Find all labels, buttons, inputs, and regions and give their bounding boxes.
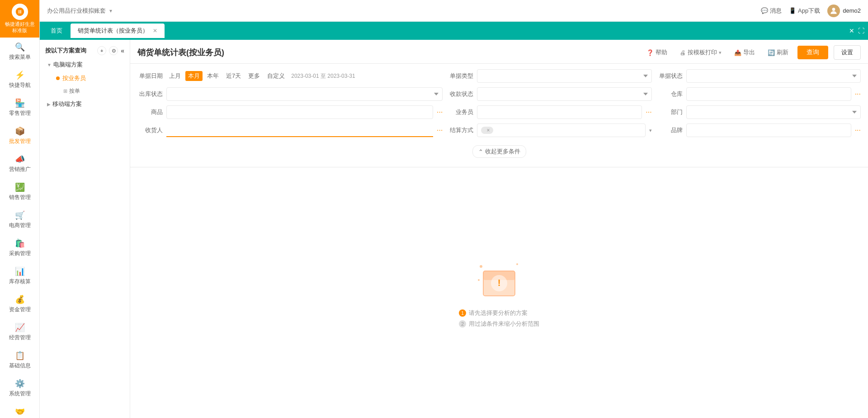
sidebar-label-quick-nav: 快捷导航 xyxy=(9,81,31,89)
sidebar-item-quick-nav[interactable]: ⚡ 快捷导航 xyxy=(0,66,39,94)
refresh-btn[interactable]: 🔄 刷新 xyxy=(764,47,792,58)
date-range-text: 2023-03-01 至 2023-03-31 xyxy=(291,72,355,80)
sidebar-item-operations[interactable]: 📈 经营管理 xyxy=(0,318,39,346)
brand-input[interactable] xyxy=(686,124,851,137)
sidebar-item-inventory[interactable]: 📊 库存核算 xyxy=(0,262,39,290)
filter-col-date: 单据日期 上月 本月 本年 近7天 更多 自定义 2023-03-01 至 20… xyxy=(137,71,443,81)
query-button[interactable]: 查询 xyxy=(797,46,828,59)
sys-icon: ⚙️ xyxy=(15,379,25,389)
breadcrumb-dropdown-icon[interactable]: ▾ xyxy=(109,8,112,14)
settings-button[interactable]: 设置 xyxy=(834,45,861,60)
goods-input[interactable] xyxy=(166,105,433,119)
scheme-group-desktop-header[interactable]: ▼ 电脑端方案 xyxy=(43,58,130,71)
brand-dots-icon[interactable]: ··· xyxy=(855,126,861,134)
empty-state: ! 1 请先选择要分析的方案 2 用过滤条件来缩小分析范围 xyxy=(130,167,868,418)
sidebar-item-sales[interactable]: 💹 销售管理 xyxy=(0,178,39,206)
sidebar-item-marketing[interactable]: 📣 营销推广 xyxy=(0,150,39,178)
sidebar-item-enterprise[interactable]: 🤝 企业协同 xyxy=(0,402,39,418)
tab-sales-stat[interactable]: 销货单统计表（按业务员） ✕ xyxy=(71,24,165,38)
tab-close-icon[interactable]: ✕ xyxy=(153,28,157,34)
sidebar-item-sys[interactable]: ⚙️ 系统管理 xyxy=(0,374,39,402)
date-tab-this-year[interactable]: 本年 xyxy=(204,71,222,81)
date-label: 单据日期 xyxy=(137,72,163,80)
wholesale-icon: 📦 xyxy=(15,126,25,136)
doc-type-select[interactable] xyxy=(477,69,651,83)
sidebar-item-basic-info[interactable]: 📋 基础信息 xyxy=(0,346,39,374)
date-tab-more[interactable]: 更多 xyxy=(245,71,263,81)
settlement-dropdown-icon[interactable]: ▾ xyxy=(649,128,652,133)
app-download-btn[interactable]: 📱 App下载 xyxy=(789,7,820,15)
panel-collapse-btn[interactable]: « xyxy=(121,47,124,54)
tab-bar: 首页 销货单统计表（按业务员） ✕ ✕ ⛶ xyxy=(40,22,868,40)
svg-point-6 xyxy=(516,263,518,265)
header-right: 💬 消息 📱 App下载 demo2 xyxy=(761,5,861,17)
message-label: 消息 xyxy=(770,7,782,15)
main-wrapper: 办公用品行业模拟账套 ▾ 💬 消息 📱 App下载 demo2 首页 xyxy=(40,0,868,418)
dept-select[interactable] xyxy=(686,105,861,119)
tab-expand-icon[interactable]: ⛶ xyxy=(858,27,864,34)
sidebar-label-wholesale: 批发管理 xyxy=(9,138,31,145)
date-tab-custom[interactable]: 自定义 xyxy=(264,71,288,81)
consignee-dots-icon[interactable]: ··· xyxy=(437,126,443,134)
sidebar-item-wholesale[interactable]: 📦 批发管理 xyxy=(0,122,39,150)
add-scheme-btn[interactable]: + xyxy=(97,46,106,55)
doc-status-label: 单据状态 xyxy=(657,72,683,80)
date-tab-7days[interactable]: 近7天 xyxy=(223,71,244,81)
date-tab-this-month[interactable]: 本月 xyxy=(185,71,203,81)
scheme-item-by-salesman[interactable]: 按业务员 xyxy=(43,71,130,85)
out-status-select[interactable] xyxy=(166,87,443,101)
sidebar-label-sys: 系统管理 xyxy=(9,390,31,398)
template-print-label: 按模板打印 xyxy=(688,48,717,57)
active-dot-icon xyxy=(56,76,60,80)
empty-step-1: 1 请先选择要分析的方案 xyxy=(459,309,539,317)
sidebar-item-finance[interactable]: 💰 资金管理 xyxy=(0,290,39,318)
tab-maximize-icon[interactable]: ✕ ⛶ xyxy=(849,27,864,34)
help-btn[interactable]: ❓ 帮助 xyxy=(643,47,671,58)
date-tab-last-month[interactable]: 上月 xyxy=(166,71,184,81)
scheme-group-mobile: ▶ 移动端方案 xyxy=(40,97,130,111)
salesman-input[interactable] xyxy=(477,105,642,119)
page-title-bar: 销货单统计表(按业务员) ❓ 帮助 🖨 按模板打印 ▾ 📤 导出 xyxy=(130,40,868,64)
filter-area: 单据日期 上月 本月 本年 近7天 更多 自定义 2023-03-01 至 20… xyxy=(130,64,868,167)
export-btn[interactable]: 📤 导出 xyxy=(731,47,759,58)
filter-col-receipt-status: 收款状态 xyxy=(448,87,651,101)
sidebar-item-purchase[interactable]: 🛍️ 采购管理 xyxy=(0,234,39,262)
settings-circle-icon: ⊙ xyxy=(112,48,116,54)
goods-label: 商品 xyxy=(137,108,163,116)
goods-dots-icon[interactable]: ··· xyxy=(437,108,443,116)
sidebar-item-search-menu[interactable]: 🔍 搜索菜单 xyxy=(0,38,39,66)
purchase-icon: 🛍️ xyxy=(15,238,25,248)
message-btn[interactable]: 💬 消息 xyxy=(761,7,782,15)
consignee-input[interactable] xyxy=(166,124,433,137)
triangle-right-icon: ▶ xyxy=(47,102,51,107)
doc-status-select[interactable] xyxy=(686,69,861,83)
scheme-group-mobile-header[interactable]: ▶ 移动端方案 xyxy=(43,97,130,111)
sidebar-item-retail[interactable]: 🏪 零售管理 xyxy=(0,94,39,122)
marketing-icon: 📣 xyxy=(15,154,25,164)
tab-close-all-icon[interactable]: ✕ xyxy=(849,27,854,34)
settlement-badge: × xyxy=(481,127,493,134)
scheme-item-by-order[interactable]: ⊞ 按单 xyxy=(43,85,130,97)
tab-home[interactable]: 首页 xyxy=(43,24,70,38)
warehouse-dots-icon[interactable]: ··· xyxy=(855,90,861,98)
template-print-btn[interactable]: 🖨 按模板打印 ▾ xyxy=(676,47,725,58)
double-left-icon: « xyxy=(121,47,124,54)
user-area[interactable]: demo2 xyxy=(827,5,861,17)
sidebar-label-finance: 资金管理 xyxy=(9,306,31,314)
settlement-badge-close[interactable]: × xyxy=(486,127,490,133)
page-title: 销货单统计表(按业务员) xyxy=(137,47,224,58)
ecommerce-icon: 🛒 xyxy=(15,210,25,220)
empty-icon: ! xyxy=(472,255,526,302)
sidebar-item-ecommerce[interactable]: 🛒 电商管理 xyxy=(0,206,39,234)
salesman-dots-icon[interactable]: ··· xyxy=(646,108,651,116)
out-status-label: 出库状态 xyxy=(137,90,163,98)
app-download-icon: 📱 xyxy=(789,7,796,14)
warehouse-input[interactable] xyxy=(686,87,851,101)
sales-icon: 💹 xyxy=(15,182,25,192)
basic-info-icon: 📋 xyxy=(15,351,25,361)
collapse-more-btn[interactable]: ⌃ 收起更多条件 xyxy=(472,145,526,158)
right-content: 销货单统计表(按业务员) ❓ 帮助 🖨 按模板打印 ▾ 📤 导出 xyxy=(130,40,868,418)
scheme-settings-btn[interactable]: ⊙ xyxy=(109,46,118,55)
receipt-status-select[interactable] xyxy=(477,87,651,101)
sidebar-nav: 🔍 搜索菜单 ⚡ 快捷导航 🏪 零售管理 📦 批发管理 📣 营销推广 💹 销售管… xyxy=(0,38,39,418)
